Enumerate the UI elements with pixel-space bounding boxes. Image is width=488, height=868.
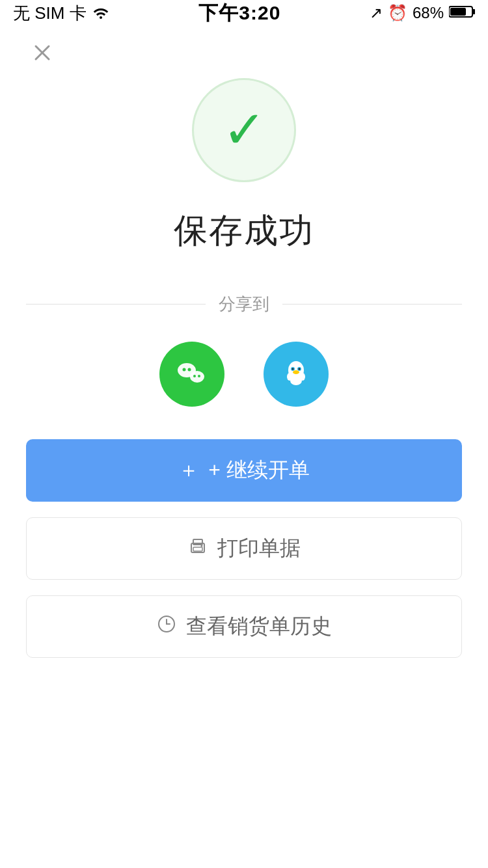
svg-point-16 [293,370,299,374]
svg-point-19 [300,373,305,381]
location-icon: ↗ [370,4,383,22]
svg-point-14 [292,368,294,370]
print-label: 打印单据 [217,534,301,563]
main-content: ✓ 保存成功 分享到 [0,26,488,658]
status-left: 无 SIM 卡 [13,2,110,25]
wechat-share-button[interactable] [159,342,224,407]
svg-point-6 [183,368,186,372]
svg-rect-2 [450,8,466,16]
svg-point-18 [287,373,292,381]
history-icon [156,614,177,640]
action-buttons: ＋ + 继续开单 打印单据 查看销货单历史 [0,439,488,658]
print-icon [187,536,208,562]
continue-label: + 继续开单 [208,456,310,485]
svg-point-7 [188,368,191,372]
status-bar: 无 SIM 卡 下午3:20 ↗ ⏰ 68% [0,0,488,26]
history-label: 查看销货单历史 [186,612,332,641]
svg-point-23 [201,545,203,547]
continue-button[interactable]: ＋ + 继续开单 [26,439,462,502]
wifi-icon [92,3,110,23]
battery-icon [449,4,475,22]
svg-point-10 [198,375,200,377]
svg-point-15 [299,368,301,370]
share-icons [26,342,462,407]
svg-point-9 [193,375,196,377]
svg-rect-22 [193,547,202,551]
status-time: 下午3:20 [198,0,280,27]
success-circle: ✓ [192,78,296,182]
success-title: 保存成功 [174,208,314,254]
svg-point-8 [190,371,204,383]
history-button[interactable]: 查看销货单历史 [26,595,462,658]
print-button[interactable]: 打印单据 [26,517,462,580]
share-section: 分享到 [0,293,488,407]
qq-icon [278,356,314,392]
share-divider: 分享到 [26,293,462,316]
status-right: ↗ ⏰ 68% [370,4,475,22]
checkmark-icon: ✓ [223,104,266,156]
close-button[interactable] [26,36,59,69]
sim-status: 无 SIM 卡 [13,2,87,25]
battery-percent: 68% [413,4,444,22]
svg-rect-1 [472,9,475,14]
wechat-icon [174,356,210,392]
qq-share-button[interactable] [264,342,329,407]
share-label: 分享到 [206,293,282,316]
plus-icon: ＋ [178,456,199,485]
alarm-icon: ⏰ [388,4,407,22]
